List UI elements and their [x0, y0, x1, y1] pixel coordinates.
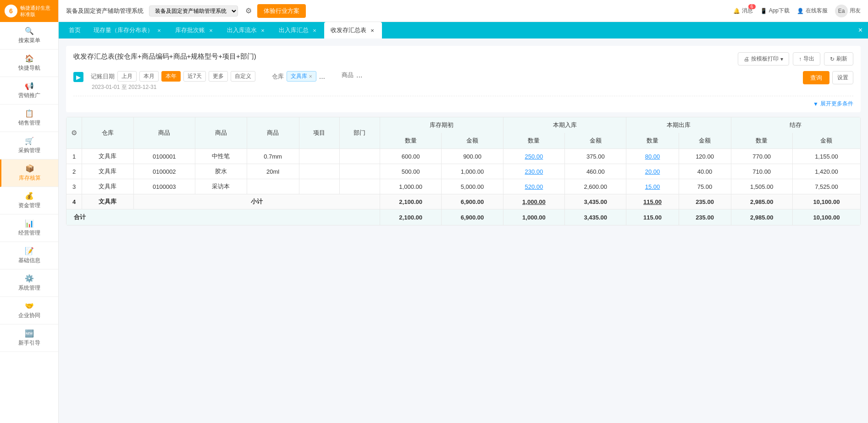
summary-table: ⚙ 仓库 商品 商品 商品 项目 部门 库存期初 本期入库 本期出库 结存	[66, 117, 861, 225]
cell-out-qty[interactable]: 20.00	[626, 164, 679, 179]
sidebar-item-system[interactable]: ⚙️ 系统管理	[0, 269, 58, 297]
online-support-item[interactable]: 👤 在线客服	[797, 7, 828, 15]
total-bal-qty: 2,985.00	[731, 209, 792, 225]
sidebar-item-purchase[interactable]: 🛒 采购管理	[0, 132, 58, 159]
cell-bal-amt: 1,420.00	[792, 164, 860, 179]
system-select[interactable]: 装备及固定资产辅助管理系统	[149, 5, 238, 16]
cell-name: 胶水	[195, 164, 247, 179]
tab-in-out-summary-close[interactable]: ×	[311, 27, 318, 33]
date-btn-7days[interactable]: 近7天	[183, 71, 206, 82]
sidebar-logo: 6 畅捷通好生意 标准版	[0, 0, 58, 22]
warehouse-tag-remove[interactable]: ×	[309, 73, 312, 80]
sidebar-label-sales: 销售管理	[18, 119, 40, 127]
sidebar-item-sales[interactable]: 📋 销售管理	[0, 104, 58, 132]
cell-no: 2	[66, 164, 82, 179]
th-init-amt: 金额	[442, 133, 503, 149]
refresh-button[interactable]: ↻ 刷新	[824, 52, 853, 66]
operations-icon: 📊	[25, 219, 34, 228]
tabbar: 首页 现存量（库存分布表） × 库存批次账 × 出入库流水 × 出入库汇总 × …	[59, 22, 868, 38]
date-btn-custom[interactable]: 自定义	[231, 71, 255, 82]
th-init-qty: 数量	[380, 133, 441, 149]
table-row: 2 文具库 0100002 胶水 20ml 500.00 1,000.00 23…	[66, 164, 861, 179]
cell-out-qty[interactable]: 80.00	[626, 149, 679, 164]
sidebar-label-marketing: 营销推广	[18, 92, 40, 99]
th-warehouse: 仓库	[82, 117, 134, 149]
print-dropdown-icon: ▾	[780, 56, 783, 62]
sidebar-item-basic-info[interactable]: 📝 基础信息	[0, 242, 58, 269]
date-btn-more[interactable]: 更多	[209, 71, 228, 82]
query-button[interactable]: 查询	[803, 71, 829, 84]
tabbar-close-all[interactable]: ×	[857, 26, 864, 34]
sidebar-item-inventory[interactable]: 📦 库存核算	[0, 159, 58, 187]
app-download-item[interactable]: 📱 App下载	[760, 7, 790, 15]
date-btn-this-month[interactable]: 本月	[139, 71, 159, 82]
cell-warehouse: 文具库	[82, 164, 134, 179]
main-content: 装备及固定资产辅助管理系统 装备及固定资产辅助管理系统 ⚙ 体验行业方案 🔔 消…	[59, 0, 868, 423]
tab-home[interactable]: 首页	[62, 22, 87, 38]
sidebar-item-finance[interactable]: 💰 资金管理	[0, 187, 58, 214]
tab-inventory-dist-label: 现存量（库存分布表）	[94, 26, 153, 34]
tab-in-out-flow[interactable]: 出入库流水 ×	[221, 22, 272, 38]
sidebar-item-newcomer[interactable]: 🆕 新手引导	[0, 324, 58, 352]
trial-button[interactable]: 体验行业方案	[257, 4, 306, 18]
date-btn-last-month[interactable]: 上月	[117, 71, 137, 82]
sidebar-item-operations[interactable]: 📊 经营管理	[0, 214, 58, 242]
tab-in-out-summary[interactable]: 出入库汇总 ×	[272, 22, 324, 38]
table-settings-icon[interactable]: ⚙	[71, 129, 77, 137]
date-btn-this-year[interactable]: 本年	[161, 71, 181, 82]
subtotal-init-amt: 6,900.00	[442, 194, 503, 209]
newcomer-icon: 🆕	[25, 329, 34, 338]
cell-in-qty[interactable]: 250.00	[503, 149, 564, 164]
cell-out-qty[interactable]: 15.00	[626, 179, 679, 194]
filter-collapse-btn[interactable]: ▶	[73, 72, 83, 82]
cell-dept	[339, 149, 380, 164]
cell-in-qty[interactable]: 520.00	[503, 179, 564, 194]
filter-panel: 收发存汇总表(按仓库+商品编码+商品+规格型号+项目+部门) 🖨 按模板打印 ▾…	[66, 46, 861, 112]
tab-batch-account[interactable]: 库存批次账 ×	[169, 22, 221, 38]
sidebar-nav: 🔍 搜索菜单 🏠 快捷导航 📢 营销推广 📋 销售管理 🛒 采购管理 📦 库存核…	[0, 22, 58, 423]
tab-batch-account-close[interactable]: ×	[208, 27, 214, 33]
tab-inventory-dist[interactable]: 现存量（库存分布表） ×	[87, 22, 169, 38]
sidebar-item-quick-nav[interactable]: 🏠 快捷导航	[0, 49, 58, 77]
th-out-amt: 金额	[679, 133, 731, 149]
sidebar-item-enterprise[interactable]: 🤝 企业协同	[0, 297, 58, 324]
cell-project	[299, 179, 339, 194]
message-badge: 6	[748, 4, 756, 9]
th-code: 商品	[133, 117, 195, 149]
gear-icon[interactable]: ⚙	[245, 6, 252, 15]
search-icon: 🔍	[25, 27, 34, 35]
avatar: Ea	[835, 5, 848, 17]
cell-code: 0100003	[133, 179, 195, 194]
tab-inventory-dist-close[interactable]: ×	[156, 27, 162, 33]
warehouse-more-btn[interactable]: ...	[319, 72, 325, 81]
cell-project	[299, 149, 339, 164]
tab-in-out-flow-close[interactable]: ×	[260, 27, 266, 33]
sidebar-item-marketing[interactable]: 📢 营销推广	[0, 77, 58, 104]
data-table-section: ⚙ 仓库 商品 商品 商品 项目 部门 库存期初 本期入库 本期出库 结存	[66, 117, 861, 225]
warehouse-label: 仓库	[272, 72, 284, 81]
print-button[interactable]: 🖨 按模板打印 ▾	[738, 52, 789, 66]
total-out-amt: 235.00	[679, 209, 731, 225]
user-item[interactable]: Ea 用友	[835, 5, 861, 17]
warehouse-tag[interactable]: 文具库 ×	[287, 71, 316, 82]
warehouse-tag-text: 文具库	[291, 72, 307, 80]
subtotal-in-amt: 3,435.00	[565, 194, 626, 209]
cell-project	[299, 164, 339, 179]
export-button[interactable]: ↑ 导出	[793, 52, 820, 66]
tab-recv-send-summary-close[interactable]: ×	[369, 27, 376, 33]
settings-button[interactable]: 设置	[832, 71, 853, 84]
goods-more-btn[interactable]: ...	[356, 71, 362, 79]
subtotal-row: 4 文具库 小计 2,100.00 6,900.00 1,000.00 3,43…	[66, 194, 861, 209]
tab-recv-send-summary-label: 收发存汇总表	[331, 26, 366, 34]
sidebar: 6 畅捷通好生意 标准版 🔍 搜索菜单 🏠 快捷导航 📢 营销推广 📋 销售管理…	[0, 0, 59, 423]
tab-recv-send-summary[interactable]: 收发存汇总表 ×	[324, 22, 382, 38]
subtotal-out-qty[interactable]: 115.00	[626, 194, 679, 209]
cell-in-qty[interactable]: 230.00	[503, 164, 564, 179]
subtotal-no: 4	[66, 194, 82, 209]
message-item[interactable]: 🔔 消息 6	[733, 7, 753, 15]
cell-code: 0100002	[133, 164, 195, 179]
tab-batch-account-label: 库存批次账	[175, 26, 205, 34]
subtotal-in-qty[interactable]: 1,000.00	[503, 194, 564, 209]
expand-conditions-btn[interactable]: ▼ 展开更多条件	[813, 100, 853, 108]
sidebar-item-search[interactable]: 🔍 搜索菜单	[0, 22, 58, 49]
